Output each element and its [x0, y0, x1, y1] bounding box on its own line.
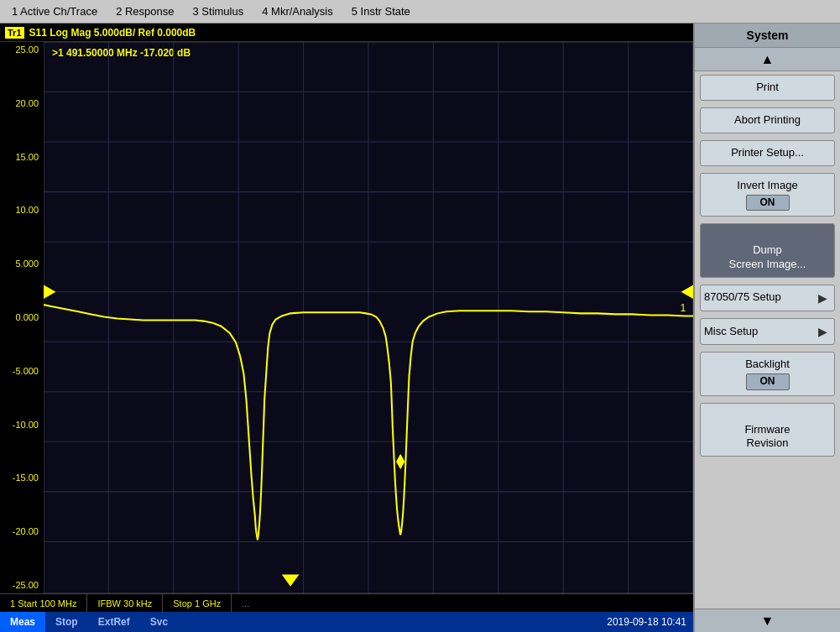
status-meas-button[interactable]: Meas	[0, 612, 45, 632]
chart-container: Tr1 S11 Log Mag 5.000dB/ Ref 0.000dB 25.…	[0, 24, 693, 632]
svg-marker-23	[396, 454, 404, 469]
abort-printing-button[interactable]: Abort Printing	[700, 107, 835, 133]
plot-area: 25.00 20.00 15.00 10.00 5.000 0.000 -5.0…	[0, 42, 693, 593]
trace-label: Tr1	[5, 27, 24, 39]
trace-header: Tr1 S11 Log Mag 5.000dB/ Ref 0.000dB	[0, 24, 693, 42]
chart-svg: 1	[44, 42, 693, 593]
print-label: Print	[756, 81, 779, 93]
y-label-2: 15.00	[2, 153, 42, 162]
invert-image-label: Invert Image	[737, 179, 797, 193]
87050-setup-button[interactable]: 87050/75 Setup ▶	[700, 285, 835, 311]
misc-setup-button[interactable]: Misc Setup ▶	[700, 318, 835, 345]
panel-scroll-down-button[interactable]: ▼	[695, 608, 840, 632]
status-stop-button[interactable]: Stop	[45, 612, 88, 632]
abort-printing-label: Abort Printing	[734, 113, 801, 126]
menu-response[interactable]: 2 Response	[107, 3, 182, 19]
firmware-revision-label: Firmware Revision	[744, 423, 790, 450]
ifbw: IFBW 30 kHz	[87, 594, 163, 612]
printer-setup-button[interactable]: Printer Setup...	[700, 140, 835, 166]
overload-indicator: ...	[232, 594, 259, 612]
right-panel: System ▲ Print Abort Printing Printer Se…	[693, 24, 840, 632]
svg-marker-22	[282, 574, 300, 586]
backlight-button[interactable]: Backlight ON	[700, 352, 835, 395]
y-label-3: 10.00	[2, 206, 42, 215]
87050-setup-label: 87050/75 Setup	[704, 290, 781, 305]
y-label-5: 0.000	[2, 313, 42, 322]
top-menu-bar: 1 Active Ch/Trace 2 Response 3 Stimulus …	[0, 0, 840, 24]
backlight-sub: ON	[746, 373, 790, 390]
panel-title: System	[695, 24, 840, 48]
y-label-6: -5.000	[2, 367, 42, 376]
firmware-revision-button[interactable]: Firmware Revision	[700, 403, 835, 457]
y-label-4: 5.000	[2, 259, 42, 269]
backlight-label: Backlight	[745, 358, 790, 372]
dump-screen-label: Dump Screen Image...	[729, 243, 806, 270]
status-bar: Meas Stop ExtRef Svc 2019-09-18 10:41	[0, 612, 693, 632]
y-label-10: -25.00	[2, 581, 42, 590]
printer-setup-label: Printer Setup...	[731, 146, 804, 159]
misc-setup-label: Misc Setup	[704, 325, 758, 339]
chevron-right-icon-2: ▶	[818, 324, 827, 339]
bottom-status-bar: 1 Start 100 MHz IFBW 30 kHz Stop 1 GHz .…	[0, 593, 693, 612]
status-svc-button[interactable]: Svc	[140, 612, 178, 632]
chevron-down-icon: ▼	[761, 614, 775, 629]
status-time: 2019-09-18 10:41	[607, 616, 693, 628]
trace-info: S11 Log Mag 5.000dB/ Ref 0.000dB	[29, 27, 196, 39]
start-freq: 1 Start 100 MHz	[0, 594, 87, 612]
invert-image-sub: ON	[746, 195, 790, 212]
menu-mkr-analysis[interactable]: 4 Mkr/Analysis	[253, 3, 342, 19]
main-area: Tr1 S11 Log Mag 5.000dB/ Ref 0.000dB 25.…	[0, 24, 840, 632]
y-label-8: -15.00	[2, 473, 42, 483]
menu-instr-state[interactable]: 5 Instr State	[343, 3, 419, 19]
chevron-right-icon: ▶	[818, 290, 827, 306]
svg-marker-20	[44, 285, 55, 298]
svg-text:1: 1	[681, 302, 686, 314]
y-label-7: -10.00	[2, 420, 42, 430]
print-button[interactable]: Print	[700, 75, 835, 101]
y-label-9: -20.00	[2, 527, 42, 536]
panel-scroll-up-button[interactable]: ▲	[695, 48, 840, 71]
chevron-up-icon: ▲	[761, 52, 775, 67]
menu-stimulus[interactable]: 3 Stimulus	[185, 3, 253, 19]
stop-freq: Stop 1 GHz	[163, 594, 232, 612]
y-axis: 25.00 20.00 15.00 10.00 5.000 0.000 -5.0…	[0, 42, 44, 593]
menu-active-ch-trace[interactable]: 1 Active Ch/Trace	[3, 3, 106, 19]
y-label-1: 20.00	[2, 99, 42, 108]
invert-image-button[interactable]: Invert Image ON	[700, 173, 835, 217]
status-extref-button[interactable]: ExtRef	[88, 612, 140, 632]
dump-screen-button[interactable]: Dump Screen Image...	[700, 223, 835, 278]
grid-area: >1 491.50000 MHz -17.020 dB	[44, 42, 693, 593]
svg-marker-21	[681, 285, 693, 298]
y-label-0: 25.00	[2, 45, 42, 55]
